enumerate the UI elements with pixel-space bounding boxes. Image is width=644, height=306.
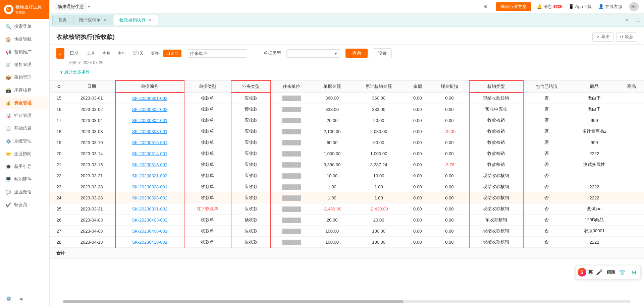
date-btn-this-month[interactable]: 本月 [99, 50, 113, 57]
finance-icon: 💰 [5, 100, 11, 106]
app-download-button[interactable]: 📱 App下载 [569, 4, 592, 10]
online-service-button[interactable]: 👤 在线客服 [598, 4, 623, 10]
sidebar-item-finance[interactable]: 💰 资金管理 [0, 97, 49, 109]
tab-collection-close-icon[interactable]: ✕ [148, 18, 152, 22]
settings-footer-icon[interactable]: ⚙️ [5, 295, 12, 302]
sidebar-item-member[interactable]: ✔️ 畅会员 [0, 198, 49, 211]
col-settings[interactable]: ⚙ [50, 80, 68, 93]
doc-no-link[interactable]: SK-20230304-001 [132, 118, 168, 123]
refresh-button[interactable]: ↺ 刷新 [616, 32, 637, 42]
sidebar-item-quicknav[interactable]: 🏠 快捷导航 [0, 33, 49, 46]
doc-no-link[interactable]: SK-20230331-002 [132, 206, 168, 211]
export-button[interactable]: ↗ 导出 [592, 32, 613, 42]
filter-settings-button[interactable]: 设置 [373, 48, 392, 58]
doc-no-link[interactable]: SK-20230408-001 [132, 229, 168, 234]
col-biz-type[interactable]: 业务类型 [231, 80, 271, 93]
col-doc-no[interactable]: 单据编号 [115, 80, 184, 93]
marketing-icon: 📢 [5, 49, 11, 55]
export-label: 导出 [601, 34, 610, 40]
date-btn-this-year[interactable]: 本年 [115, 50, 129, 57]
col-doc-type[interactable]: 单据类型 [184, 80, 231, 93]
date-btn-last-month[interactable]: 上月 [84, 50, 98, 57]
col-product2[interactable]: 商品 [619, 80, 644, 93]
doc-no-link[interactable]: SK-20230418-001 [132, 240, 168, 245]
sidebar-item-search[interactable]: 🔍 搜索菜单 [0, 20, 49, 33]
query-button[interactable]: 查询 [345, 49, 368, 58]
table-scrollbar[interactable] [63, 300, 631, 303]
table-wrap: ⚙ 日期 单据编号 单据类型 业务类型 往来单位 单据金额 累计核销金额 余额 … [50, 80, 644, 299]
content-area: 收款核销执行(按收款) ↗ 导出 ↺ 刷新 » 日期 上月 本月 [50, 27, 644, 306]
tab-prepayment[interactable]: 预计应付单 ✕ [73, 15, 113, 25]
sidebar-item-wechat[interactable]: 💬 企业微信 [0, 186, 49, 198]
workspace-selector[interactable]: 畅康通好生意 ▾ [55, 3, 476, 10]
sidebar-item-system[interactable]: ⚙️ 系统管理 [0, 135, 49, 147]
tab-home[interactable]: 首页 [52, 15, 72, 25]
date-btn-7days[interactable]: 近7天 [130, 50, 147, 57]
col-amount[interactable]: 单据金额 [312, 80, 352, 93]
workspace-name: 畅康通好生意 [55, 3, 87, 10]
sidebar-item-operations[interactable]: 📊 经营管理 [0, 109, 49, 122]
doc-no-link[interactable]: SK-20230314-001 [132, 151, 168, 156]
tab-collection[interactable]: 收款核销执行 ✕ [114, 15, 158, 25]
doc-no-link[interactable]: SK-20230301-002 [132, 96, 168, 101]
table-row: 15 2023-03-01 SK-20230301-002 收款单 应收款 ██… [50, 93, 644, 104]
service-icon: 👤 [598, 4, 604, 9]
s-logo-icon[interactable]: S [578, 268, 586, 277]
tab-prepayment-close-icon[interactable]: ✕ [103, 18, 107, 22]
date-btn-custom[interactable]: 自定义 [163, 50, 181, 57]
col-product[interactable]: 商品 [570, 80, 619, 93]
message-badge: 99+ [553, 5, 562, 8]
sidebar-item-corp[interactable]: 🤝 企业协同 [0, 147, 49, 160]
sidebar-item-label: 经营管理 [14, 113, 32, 119]
col-balance[interactable]: 余额 [405, 80, 430, 93]
close-all-icon[interactable]: ✕ [623, 16, 631, 24]
sidebar-item-basic[interactable]: 📋 基础信息 [0, 122, 49, 135]
sidebar-item-hardware[interactable]: 🖥️ 智能硬件 [0, 173, 49, 186]
col-includes-settled[interactable]: 包含已结清 [523, 80, 570, 93]
table-row: 22 2023-03-21 SK-20230321-003 收款单 应收款 ██… [50, 170, 644, 181]
col-offset-type[interactable]: 核销类型 [469, 80, 523, 93]
filter-date-range: 不限 至 2023-07-26 [68, 60, 637, 66]
collapse-icon[interactable]: ◀ [17, 295, 24, 302]
col-counterpart[interactable]: 往来单位 [271, 80, 312, 93]
doc-no-link[interactable]: SK-20230315-002 [132, 162, 168, 167]
sidebar-logo: 6 畅康通好生意 标推版 [0, 0, 49, 19]
counterpart-input[interactable] [187, 49, 247, 58]
shirt-icon[interactable]: 👕 [618, 267, 627, 277]
sidebar-item-label: 库存核算 [14, 87, 32, 93]
receipt-type-select[interactable]: ▾ [286, 49, 340, 58]
doc-no-link[interactable]: SK-20230302-002 [132, 107, 168, 112]
doc-no-link[interactable]: SK-20230403-002 [132, 218, 168, 223]
sales-icon: 🛒 [5, 62, 11, 68]
sidebar-item-inventory[interactable]: 🗃️ 库存核算 [0, 84, 49, 97]
user-avatar[interactable]: Rit [629, 2, 639, 11]
message-icon: 🔔 [537, 4, 542, 9]
solution-button[interactable]: 体验行业方案 [496, 2, 531, 11]
sidebar-item-guide[interactable]: 🎓 新手引导 [0, 160, 49, 173]
doc-no-link[interactable]: SK-20230328-001 [132, 184, 168, 189]
doc-no-link[interactable]: SK-20230308-001 [132, 129, 168, 134]
mic-icon[interactable]: 🎤 [595, 267, 604, 277]
col-discount[interactable]: 现金折扣 [430, 80, 469, 93]
filter-dots[interactable]: ... [253, 51, 258, 56]
grid-icon[interactable]: ⊞ [629, 267, 638, 277]
message-button[interactable]: 🔔 消息 99+ [537, 4, 562, 10]
sidebar-item-label: 基础信息 [14, 125, 32, 131]
search-icon: 🔍 [5, 23, 11, 29]
doc-no-link[interactable]: SK-20230321-003 [132, 173, 168, 178]
keyboard-icon[interactable]: ⌨ [606, 267, 615, 277]
sidebar-item-sales[interactable]: 🛒 销售管理 [0, 58, 49, 71]
sidebar-item-marketing[interactable]: 📢 营销推广 [0, 46, 49, 58]
doc-no-link[interactable]: SK-20230328-002 [132, 195, 168, 200]
expand-filters-button[interactable]: ▾ 展开更多条件 [56, 68, 637, 76]
sidebar-item-label: 智能硬件 [14, 176, 32, 182]
settings-icon[interactable]: ⚙ [481, 2, 490, 11]
filter-toggle-button[interactable]: » [56, 48, 64, 59]
col-accum[interactable]: 累计核销金额 [352, 80, 405, 93]
col-date[interactable]: 日期 [68, 80, 115, 93]
date-btn-more[interactable]: 更多 [148, 50, 162, 57]
fullscreen-icon[interactable]: ⛶ [633, 16, 641, 24]
filter-date-buttons: 上月 本月 本年 近7天 更多 自定义 [84, 50, 181, 57]
sidebar-item-purchase[interactable]: 📦 采购管理 [0, 71, 49, 84]
doc-no-link[interactable]: SK-20230310-001 [132, 140, 168, 145]
